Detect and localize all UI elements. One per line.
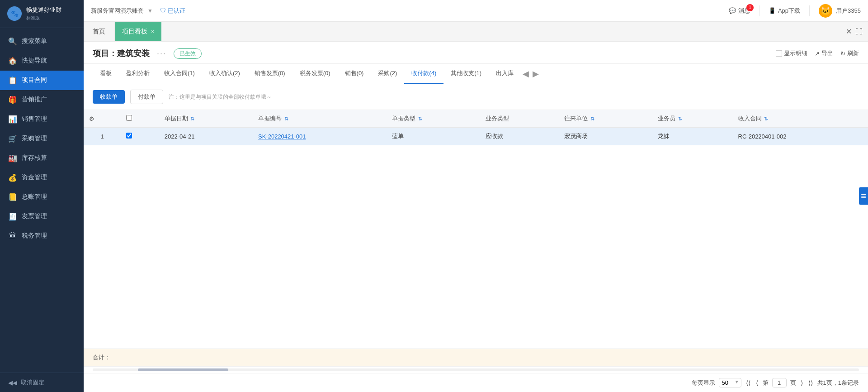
invoice-icon: 🧾 <box>8 212 17 221</box>
per-page-label: 每页显示 <box>692 379 715 387</box>
scrollbar-thumb[interactable] <box>138 368 228 371</box>
subtab-kanban[interactable]: 看板 <box>93 64 119 84</box>
sidebar-label-project: 项目合同 <box>22 76 47 84</box>
sidebar-item-search[interactable]: 🔍 搜索菜单 <box>0 32 84 51</box>
sidebar-item-ledger[interactable]: 📒 总账管理 <box>0 187 84 207</box>
filter-note: 注：这里是与项目关联的全部收付款单哦～ <box>169 93 272 101</box>
sidebar: 🐾 畅捷通好业财 标准版 🔍 搜索菜单 🏠 快捷导航 📋 项目合同 🎁 营销推广… <box>0 0 84 392</box>
sidebar-item-sales[interactable]: 📊 销售管理 <box>0 110 84 129</box>
refresh-label: 刷新 <box>847 49 859 57</box>
subtab-tax_invoice[interactable]: 税务发票(0) <box>292 64 338 84</box>
shortcut-icon: 🏠 <box>8 57 17 65</box>
select-all-checkbox[interactable] <box>126 115 132 121</box>
total-row: 合计： <box>84 349 868 366</box>
sidebar-item-fund[interactable]: 💰 资金管理 <box>0 168 84 187</box>
sidebar-title: 畅捷通好业财 <box>26 6 61 14</box>
tab-controls: ✕ ⛶ <box>840 22 868 41</box>
panel-icon: ≡ <box>861 191 866 201</box>
total-label: 合计： <box>93 354 110 362</box>
user-label: 用户3355 <box>836 7 861 15</box>
page-suffix-label: 页 <box>790 379 796 387</box>
receipt-btn[interactable]: 收款单 <box>93 90 125 104</box>
export-button[interactable]: ↗ 导出 <box>815 49 833 57</box>
cancel-pin-button[interactable]: ◀◀ 取消固定 <box>0 373 84 392</box>
show-detail-label: 显示明细 <box>784 49 807 57</box>
subtab-sales[interactable]: 销售(0) <box>338 64 371 84</box>
filter-bar: 收款单 付款单 注：这里是与项目关联的全部收付款单哦～ <box>84 84 868 110</box>
sidebar-item-marketing[interactable]: 🎁 营销推广 <box>0 90 84 110</box>
home-label: 首页 <box>93 28 105 36</box>
current-page-num[interactable]: 1 <box>772 378 787 387</box>
sales-icon: 📊 <box>8 115 17 124</box>
per-page-select[interactable]: 50 100 200 <box>719 378 741 387</box>
topbar-project[interactable]: 新服务官网演示账套 ▼ <box>91 7 153 15</box>
project-menu-dots[interactable]: ··· <box>157 49 166 58</box>
show-detail-checkbox[interactable] <box>776 50 782 57</box>
marketing-icon: 🎁 <box>8 96 17 104</box>
subtab-profit[interactable]: 盈利分析 <box>119 64 157 84</box>
subtab-next-icon[interactable]: ▶ <box>531 69 541 79</box>
row-checkbox[interactable] <box>126 133 132 139</box>
topbar: 新服务官网演示账套 ▼ 🛡 已认证 💬 消息 1 📱 App下载 🐱 用户335… <box>84 0 868 22</box>
user-menu[interactable]: 🐱 用户3355 <box>819 4 861 18</box>
col-header-contract[interactable]: 收入合同 ⇅ <box>733 110 868 128</box>
col-header-date[interactable]: 单据日期 ⇅ <box>159 110 253 128</box>
settings-gear-icon[interactable]: ⚙ <box>89 115 94 122</box>
export-label: 导出 <box>821 49 833 57</box>
row-seq: 1 <box>84 128 121 145</box>
phone-icon: 📱 <box>769 7 776 14</box>
subtab-income_confirm[interactable]: 收入确认(2) <box>202 64 247 84</box>
sidebar-item-project[interactable]: 📋 项目合同 <box>0 71 84 90</box>
col-header-salesman[interactable]: 业务员 ⇅ <box>652 110 732 128</box>
last-page-btn[interactable]: ⟩⟩ <box>807 379 814 387</box>
tab-home[interactable]: 首页 <box>84 22 115 41</box>
tab-close-icon[interactable]: × <box>151 29 154 35</box>
next-page-btn[interactable]: ⟩ <box>800 379 804 387</box>
subtab-purchase[interactable]: 采购(2) <box>371 64 404 84</box>
right-sticky-panel[interactable]: ≡ <box>859 187 868 205</box>
app-download-button[interactable]: 📱 App下载 <box>769 7 800 15</box>
subtab-receipt[interactable]: 收付款(4) <box>404 64 443 84</box>
row-contract: RC-20220401-002 <box>733 128 868 145</box>
show-detail-action[interactable]: 显示明细 <box>776 49 807 57</box>
close-window-icon[interactable]: ✕ <box>846 27 852 36</box>
subtab-other_receipt[interactable]: 其他收支(1) <box>443 64 489 84</box>
project-icon: 📋 <box>8 76 17 85</box>
col-header-biz_type: 业务类型 <box>480 110 559 128</box>
message-button[interactable]: 💬 消息 1 <box>729 7 750 15</box>
subtab-prev-icon[interactable]: ◀ <box>521 69 531 79</box>
table-body: 1 2022-04-21 SK-20220421-001 蓝单 应收款 宏茂商场… <box>84 128 868 145</box>
subtab-sales_invoice[interactable]: 销售发票(0) <box>247 64 292 84</box>
subtab-income_contract[interactable]: 收入合同(1) <box>157 64 202 84</box>
sidebar-item-purchase[interactable]: 🛒 采购管理 <box>0 129 84 148</box>
sidebar-item-inventory[interactable]: 🏭 库存核算 <box>0 148 84 168</box>
fund-icon: 💰 <box>8 173 17 182</box>
first-page-btn[interactable]: ⟨⟨ <box>745 379 751 387</box>
project-name-label: 新服务官网演示账套 <box>91 7 144 15</box>
row-partner: 宏茂商场 <box>559 128 652 145</box>
prev-page-btn[interactable]: ⟨ <box>755 379 759 387</box>
inventory-icon: 🏭 <box>8 154 17 163</box>
row-number-link[interactable]: SK-20220421-001 <box>258 133 306 140</box>
col-header-partner[interactable]: 往来单位 ⇅ <box>559 110 652 128</box>
col-header-number[interactable]: 单据编号 ⇅ <box>253 110 387 128</box>
col-header-type[interactable]: 单据类型 ⇅ <box>387 110 480 128</box>
row-salesman: 龙妹 <box>652 128 732 145</box>
sidebar-item-shortcut[interactable]: 🏠 快捷导航 <box>0 51 84 71</box>
sidebar-item-invoice[interactable]: 🧾 发票管理 <box>0 207 84 226</box>
payment-btn[interactable]: 付款单 <box>130 90 163 104</box>
table-wrap: ⚙单据日期 ⇅单据编号 ⇅单据类型 ⇅业务类型往来单位 ⇅业务员 ⇅收入合同 ⇅… <box>84 110 868 349</box>
maximize-window-icon[interactable]: ⛶ <box>855 28 863 36</box>
scrollbar-track <box>93 368 859 371</box>
tab-project-kanban[interactable]: 项目看板 × <box>115 22 161 41</box>
refresh-button[interactable]: ↻ 刷新 <box>840 49 859 57</box>
message-badge: 1 <box>746 4 754 11</box>
pagination: 每页显示 50 100 200 ⟨⟨ ⟨ 第 1 页 ⟩ ⟩⟩ 共1页，1条记录 <box>84 373 868 392</box>
refresh-icon: ↻ <box>840 50 845 57</box>
purchase-icon: 🛒 <box>8 134 17 143</box>
sidebar-item-tax[interactable]: 🏛 税务管理 <box>0 226 84 245</box>
subtab-inout[interactable]: 出入库 <box>489 64 521 84</box>
horizontal-scrollbar[interactable] <box>84 366 868 373</box>
table-row[interactable]: 1 2022-04-21 SK-20220421-001 蓝单 应收款 宏茂商场… <box>84 128 868 145</box>
sidebar-label-purchase: 采购管理 <box>22 134 47 143</box>
